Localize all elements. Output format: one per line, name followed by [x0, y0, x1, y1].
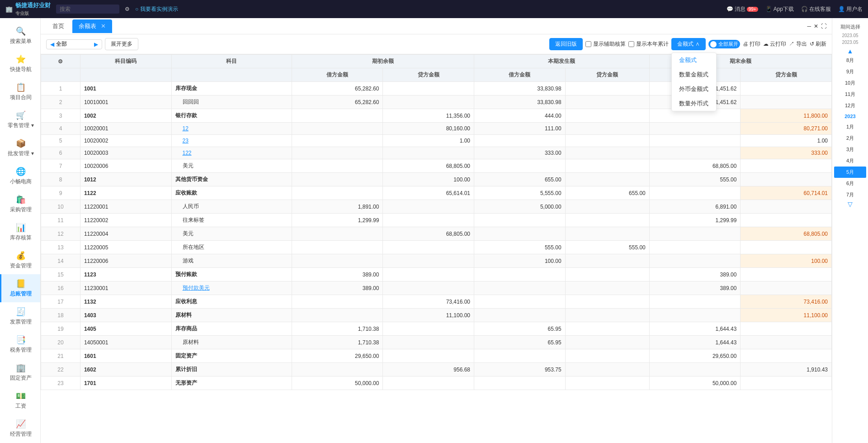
row-code: 11220004 — [80, 227, 171, 241]
search-input[interactable] — [56, 5, 119, 14]
cell-credit-current — [565, 363, 649, 376]
month-7[interactable]: 7月 — [832, 189, 868, 200]
month-4[interactable]: 4月 — [832, 155, 868, 167]
col-settings[interactable]: ⚙ — [41, 55, 80, 68]
cell-debit-opening: 1,710.38 — [292, 322, 383, 336]
tab-home[interactable]: 首页 — [46, 19, 71, 33]
online-service-btn[interactable]: 🎧 在线客服 — [801, 5, 831, 13]
dropdown-item-wbjine[interactable]: 外币金额式 — [672, 82, 716, 96]
month-12[interactable]: 12月 — [832, 100, 868, 111]
export-btn[interactable]: ↗ 导出 — [789, 40, 807, 48]
table-row: 2014050001原材料1,710.3865.951,644.43 — [41, 336, 832, 349]
row-name[interactable]: 122 — [171, 147, 292, 159]
cell-credit-closing: 11,800.00 — [741, 109, 832, 123]
dropdown-item-slwb[interactable]: 数量外币式 — [672, 96, 716, 111]
window-close-btn[interactable]: ✕ — [814, 23, 818, 29]
row-name: 回回回 — [171, 95, 292, 109]
cell-credit-opening: 956.68 — [383, 363, 474, 376]
sidebar-item-inventory[interactable]: 📊 库存核算 — [0, 218, 40, 246]
settings-icon[interactable]: ⚙ — [125, 6, 130, 12]
month-5-active[interactable]: 5月 — [834, 167, 866, 178]
cell-credit-current — [565, 109, 649, 123]
refresh-btn[interactable]: ↺ 刷新 — [810, 40, 826, 48]
row-name[interactable]: 预付款美元 — [171, 281, 292, 295]
expand-more-btn[interactable]: 展开更多 — [105, 38, 138, 50]
cell-debit-current: 655.00 — [474, 173, 566, 186]
table-row: 81012其他货币资金100.00655.00555.00 — [41, 173, 832, 186]
tab-close-icon[interactable]: ✕ — [101, 23, 106, 29]
month-8[interactable]: 8月 — [832, 55, 868, 66]
row-code: 11230001 — [80, 281, 171, 295]
sidebar-item-purchase[interactable]: 🛍️ 采购管理 — [0, 190, 40, 218]
row-name: 库存商品 — [171, 322, 292, 336]
row-name: 预付账款 — [171, 268, 292, 281]
right-panel-down-arrow[interactable]: ▽ — [832, 200, 868, 208]
dropdown-item-sljine[interactable]: 数量金额式 — [672, 67, 716, 82]
cell-credit-closing — [741, 173, 832, 186]
cell-debit-closing: 389.00 — [649, 281, 741, 295]
print-btn[interactable]: 🖨 打印 — [743, 40, 760, 48]
cell-debit-current — [474, 281, 566, 295]
sidebar-item-project[interactable]: 📋 项目合同 — [0, 78, 40, 106]
cell-credit-current — [565, 254, 649, 268]
row-code: 11220005 — [80, 241, 171, 254]
annual-checkbox-input[interactable] — [628, 41, 634, 47]
scope-input[interactable] — [56, 41, 92, 48]
message-btn[interactable]: 💬 消息 99+ — [726, 5, 758, 13]
row-code: 1701 — [80, 376, 171, 390]
cell-credit-current — [565, 147, 649, 159]
month-6[interactable]: 6月 — [832, 178, 868, 189]
month-10[interactable]: 10月 — [832, 77, 868, 89]
tab-balance[interactable]: 余额表 ✕ — [72, 19, 112, 33]
cell-debit-opening — [292, 309, 383, 322]
cell-credit-closing — [741, 268, 832, 281]
view-dropdown-menu: 金额式 数量金额式 外币金额式 数量外币式 — [671, 52, 717, 111]
sidebar-item-assets[interactable]: 🏢 固定资产 — [0, 358, 40, 386]
window-minimize-btn[interactable]: ─ — [807, 23, 811, 29]
sidebar-item-capital[interactable]: 💰 资金管理 — [0, 246, 40, 274]
search-left-arrow[interactable]: ◀ — [50, 41, 54, 48]
sidebar-item-wholesale[interactable]: 📦 批发管理 ▾ — [0, 134, 40, 162]
sidebar-item-quicknav[interactable]: ⭐ 快捷导航 — [0, 50, 40, 78]
sidebar-item-retail[interactable]: 🛒 零售管理 ▾ — [0, 106, 40, 134]
month-3[interactable]: 3月 — [832, 144, 868, 155]
sidebar-item-ecommerce[interactable]: 🌐 小畅电商 — [0, 162, 40, 190]
table-container: ⚙ 科目编码 科目 期初余额 本期发生额 期末余额 借方金额 贷方金额 借方金额 — [41, 54, 832, 443]
show-annual-checkbox[interactable]: 显示本年累计 — [628, 40, 669, 48]
row-code: 1122 — [80, 186, 171, 200]
month-11[interactable]: 11月 — [832, 89, 868, 100]
sidebar-item-invoice[interactable]: 🧾 发票管理 — [0, 302, 40, 330]
sidebar-item-search[interactable]: 🔍 搜索菜单 — [0, 22, 40, 50]
return-old-btn[interactable]: 返回旧版 — [549, 38, 583, 50]
demo-link[interactable]: ○我要看实例演示 — [135, 5, 178, 13]
cell-debit-opening — [292, 295, 383, 309]
row-number: 16 — [41, 281, 80, 295]
sidebar-item-accounting[interactable]: 📒 总账管理 — [0, 274, 40, 302]
row-name: 累计折旧 — [171, 363, 292, 376]
sidebar-item-tax[interactable]: 📑 税务管理 — [0, 330, 40, 358]
window-expand-btn[interactable]: ⛶ — [821, 23, 826, 29]
month-2[interactable]: 2月 — [832, 133, 868, 144]
cell-credit-closing — [741, 376, 832, 390]
cell-debit-current: 65.95 — [474, 322, 566, 336]
right-panel-up-arrow[interactable]: ▲ — [832, 48, 868, 55]
user-avatar[interactable]: 👤 用户名 — [838, 5, 863, 13]
show-auxiliary-checkbox[interactable]: 显示辅助核算 — [585, 40, 626, 48]
sidebar-item-ops[interactable]: 📈 经营管理 — [0, 414, 40, 443]
cloud-print-btn[interactable]: ☁ 云打印 — [763, 40, 786, 48]
row-number: 6 — [41, 147, 80, 159]
cell-credit-current — [565, 214, 649, 227]
auxiliary-checkbox-input[interactable] — [585, 41, 591, 47]
app-download-btn[interactable]: 📱 App下载 — [765, 5, 794, 13]
toolbar-left: ◀ ▶ 展开更多 — [46, 38, 546, 50]
sidebar-item-salary[interactable]: 💵 工资 — [0, 386, 40, 414]
month-1[interactable]: 1月 — [832, 121, 868, 133]
row-name[interactable]: 23 — [171, 135, 292, 147]
view-mode-dropdown[interactable]: 金额式 ∧ 金额式 数量金额式 外币金额式 数量外币式 — [671, 38, 705, 50]
expand-all-toggle[interactable]: 全部展开 — [708, 40, 740, 48]
view-mode-btn[interactable]: 金额式 ∧ — [671, 38, 705, 50]
search-right-arrow[interactable]: ▶ — [94, 41, 98, 48]
row-name[interactable]: 12 — [171, 123, 292, 135]
month-9[interactable]: 9月 — [832, 66, 868, 77]
dropdown-item-jine[interactable]: 金额式 — [672, 53, 716, 67]
